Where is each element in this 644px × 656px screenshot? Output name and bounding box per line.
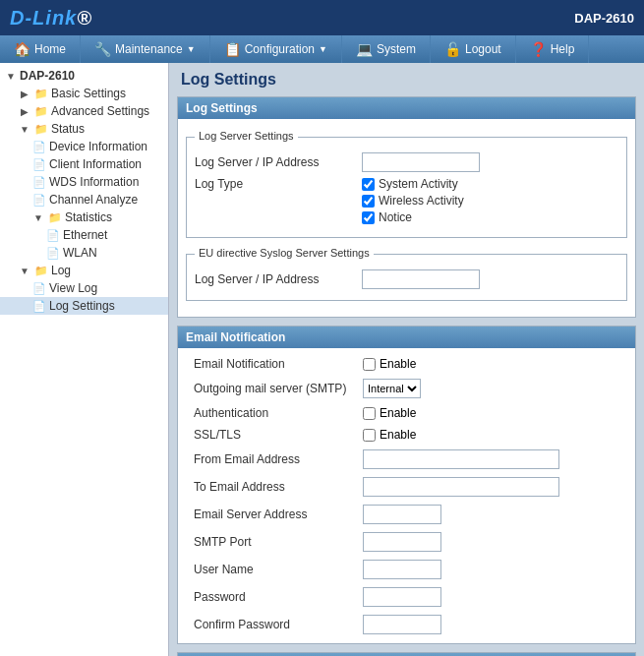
doc-icon-channel-analyze — [31, 193, 47, 207]
eu-server-ip-row: Log Server / IP Address — [195, 268, 618, 290]
nav-logout[interactable]: 🔓 Logout — [431, 35, 516, 63]
sidebar-item-log-settings[interactable]: Log Settings — [0, 297, 168, 315]
email-enable-field: Enable — [363, 357, 619, 371]
ssl-text: Enable — [380, 428, 416, 442]
email-server-label: Email Server Address — [188, 502, 355, 527]
top-header: D-Link® DAP-2610 — [0, 0, 644, 35]
nav-home-label: Home — [34, 42, 66, 56]
dlink-logo-text: D-Link — [10, 7, 77, 29]
username-row: User Name — [188, 557, 625, 582]
sidebar-item-basic-settings[interactable]: ▶ Basic Settings — [0, 85, 168, 102]
folder-icon-statistics — [47, 210, 63, 224]
confirm-password-row: Confirm Password — [188, 612, 625, 637]
username-input[interactable] — [363, 560, 441, 579]
sidebar-item-ethernet[interactable]: Ethernet — [0, 226, 168, 244]
password-row: Password — [188, 584, 625, 610]
main-layout: ▼ DAP-2610 ▶ Basic Settings ▶ Advanced S… — [0, 63, 644, 656]
email-enable-label: Email Notification — [188, 354, 355, 374]
log-settings-section: Log Settings Log Server Settings Log Ser… — [177, 96, 636, 318]
toggle-status: ▼ — [18, 124, 31, 135]
doc-icon-wlan — [45, 246, 61, 260]
auth-checkbox[interactable] — [363, 407, 376, 420]
doc-icon-client-info — [31, 157, 47, 171]
auth-row: Authentication Enable — [188, 403, 625, 423]
sidebar-item-view-log[interactable]: View Log — [0, 279, 168, 297]
nav-maintenance-label: Maintenance — [115, 42, 183, 56]
nav-system-label: System — [377, 42, 416, 56]
eu-server-ip-input[interactable] — [362, 269, 480, 289]
check-notice-input[interactable] — [362, 211, 375, 224]
check-notice-label: Notice — [379, 210, 412, 224]
sidebar-item-channel-analyze[interactable]: Channel Analyze — [0, 191, 168, 209]
nav-bar: 🏠 Home 🔧 Maintenance ▼ 📋 Configuration ▼… — [0, 35, 644, 63]
model-label: DAP-2610 — [574, 11, 634, 26]
system-icon: 💻 — [356, 41, 373, 57]
log-server-fieldgroup: Log Server Settings Log Server / IP Addr… — [186, 137, 627, 238]
maintenance-dropdown-icon: ▼ — [187, 44, 196, 54]
ssl-field: Enable — [363, 428, 619, 442]
help-icon: ❓ — [530, 41, 547, 57]
sidebar-item-wds-info[interactable]: WDS Information — [0, 173, 168, 191]
confirm-password-label: Confirm Password — [188, 612, 355, 637]
sidebar-item-view-log-label: View Log — [49, 281, 97, 295]
nav-help[interactable]: ❓ Help — [516, 35, 590, 63]
email-server-input[interactable] — [363, 505, 441, 524]
from-email-input[interactable] — [363, 449, 559, 469]
toggle-dap2610: ▼ — [4, 71, 18, 82]
auth-field: Enable — [363, 406, 619, 420]
ssl-checkbox[interactable] — [363, 429, 376, 442]
sidebar-item-channel-analyze-label: Channel Analyze — [49, 193, 138, 207]
log-server-ip-input[interactable] — [362, 152, 480, 172]
sidebar-item-client-info[interactable]: Client Information — [0, 155, 168, 173]
check-wireless-activity-input[interactable] — [362, 195, 375, 208]
nav-home[interactable]: 🏠 Home — [0, 35, 81, 63]
username-label: User Name — [188, 557, 355, 582]
smtp-label: Outgoing mail server (SMTP) — [188, 376, 355, 401]
toggle-basic-settings: ▶ — [18, 89, 31, 99]
nav-configuration[interactable]: 📋 Configuration ▼ — [210, 35, 342, 63]
sidebar-item-status[interactable]: ▼ Status — [0, 120, 168, 138]
nav-logout-label: Logout — [465, 42, 501, 56]
ssl-row: SSL/TLS Enable — [188, 425, 625, 445]
sidebar-item-log[interactable]: ▼ Log — [0, 262, 168, 279]
to-email-input[interactable] — [363, 477, 559, 497]
password-input[interactable] — [363, 587, 441, 607]
sidebar-item-basic-settings-label: Basic Settings — [51, 87, 126, 100]
folder-icon-status — [33, 122, 49, 136]
confirm-password-input[interactable] — [363, 615, 441, 634]
nav-help-label: Help — [551, 42, 575, 56]
sidebar-item-device-info[interactable]: Device Information — [0, 138, 168, 155]
sidebar-item-dap2610[interactable]: ▼ DAP-2610 — [0, 67, 168, 85]
log-type-row: Log Type System Activity Wireless Activi… — [195, 177, 618, 227]
logout-icon: 🔓 — [444, 41, 461, 57]
toggle-log: ▼ — [18, 266, 31, 276]
home-icon: 🏠 — [14, 41, 30, 57]
folder-icon-basic — [33, 87, 49, 100]
nav-system[interactable]: 💻 System — [342, 35, 431, 63]
email-server-row: Email Server Address — [188, 502, 625, 527]
smtp-row: Outgoing mail server (SMTP) Internal — [188, 376, 625, 401]
doc-icon-ethernet — [45, 228, 61, 242]
doc-icon-wds-info — [31, 175, 47, 189]
email-enable-checkbox[interactable] — [363, 358, 376, 371]
to-email-label: To Email Address — [188, 474, 355, 500]
check-system-activity-input[interactable] — [362, 178, 375, 191]
sidebar-item-advanced-settings[interactable]: ▶ Advanced Settings — [0, 102, 168, 120]
folder-icon-log — [33, 264, 49, 277]
log-type-label: Log Type — [195, 177, 362, 191]
eu-server-fieldgroup: EU directive Syslog Server Settings Log … — [186, 254, 627, 301]
sidebar-item-client-info-label: Client Information — [49, 157, 142, 171]
check-system-activity: System Activity — [362, 177, 464, 191]
email-notification-header: Email Notification — [178, 327, 635, 348]
smtp-port-input[interactable] — [363, 532, 441, 552]
doc-icon-log-settings — [31, 299, 47, 313]
log-type-checkboxes: System Activity Wireless Activity Notice — [362, 177, 464, 227]
smtp-select[interactable]: Internal — [363, 379, 421, 398]
password-label: Password — [188, 584, 355, 610]
from-email-label: From Email Address — [188, 447, 355, 472]
sidebar-item-statistics[interactable]: ▼ Statistics — [0, 209, 168, 226]
configuration-dropdown-icon: ▼ — [319, 44, 327, 54]
nav-maintenance[interactable]: 🔧 Maintenance ▼ — [81, 35, 210, 63]
check-notice: Notice — [362, 210, 464, 224]
sidebar-item-wlan[interactable]: WLAN — [0, 244, 168, 262]
